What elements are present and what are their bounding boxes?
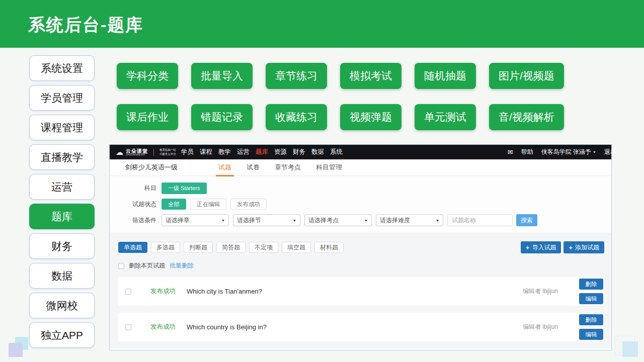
sidebar-item-live-teaching[interactable]: 直播教学 xyxy=(29,144,95,170)
row-checkbox[interactable] xyxy=(125,289,131,295)
qtype-indefinite[interactable]: 不定项 xyxy=(249,242,278,253)
sidebar-item-question-bank[interactable]: 题库 xyxy=(29,204,95,229)
sidebar-item-system-settings[interactable]: 系统设置 xyxy=(29,55,95,81)
filter-row-conditions: 筛选条件 请选择章 ▼ 请选择节 ▼ 请选择考点 ▼ 请选择难度 ▼ 搜索 xyxy=(110,214,611,226)
row-actions: 删除 编辑 xyxy=(579,314,603,340)
feature-image-video-question[interactable]: 图片/视频题 xyxy=(489,63,564,89)
delete-button[interactable]: 删除 xyxy=(579,279,603,290)
tab-questions[interactable]: 试题 xyxy=(217,163,233,172)
editor-label: 编辑者 lbjijun xyxy=(523,323,558,331)
sidebar-item-course-management[interactable]: 课程管理 xyxy=(29,115,95,140)
feature-row-1: 学科分类 批量导入 章节练习 模拟考试 随机抽题 图片/视频题 xyxy=(117,63,564,89)
sidebar-item-data[interactable]: 数据 xyxy=(29,263,95,289)
logout-link[interactable]: 退出 xyxy=(604,148,612,156)
subject-chip[interactable]: 一级 Starters xyxy=(162,183,207,194)
topnav-item-students[interactable]: 学员 xyxy=(181,148,194,156)
sidebar-item-micro-school[interactable]: 微网校 xyxy=(29,293,95,318)
edit-button[interactable]: 编辑 xyxy=(579,329,603,340)
tab-chapter-points[interactable]: 章节考点 xyxy=(273,163,302,172)
admin-subnav: 剑桥少儿英语一级 试题 试卷 章节考点 科目管理 xyxy=(110,159,611,176)
qtype-fill-blank[interactable]: 填空题 xyxy=(282,242,311,253)
admin-screenshot-panel: ☁ 云朵课堂 yunduoketang.com 教育机构一站 式服务云平台 学员… xyxy=(109,144,612,350)
feature-unit-test[interactable]: 单元测试 xyxy=(415,104,476,130)
feature-homework[interactable]: 课后作业 xyxy=(117,104,178,130)
question-name-input[interactable] xyxy=(447,214,513,226)
import-questions-button[interactable]: + 导入试题 xyxy=(521,241,561,253)
tab-papers[interactable]: 试卷 xyxy=(245,163,261,172)
feature-random-draw[interactable]: 随机抽题 xyxy=(415,63,476,89)
sidebar-item-finance[interactable]: 财务 xyxy=(29,233,95,259)
logo-domain: yunduoketang.com xyxy=(126,154,148,156)
qtype-short-answer[interactable]: 简答题 xyxy=(216,242,246,253)
filter-row-status: 试题状态 全部 正在编辑 发布成功 xyxy=(110,199,611,210)
feature-chapter-practice[interactable]: 章节练习 xyxy=(266,63,327,89)
help-link[interactable]: 帮助 xyxy=(521,148,533,156)
qtype-single-choice[interactable]: 单选题 xyxy=(118,242,147,253)
logo-tagline: 教育机构一站 式服务云平台 xyxy=(159,148,176,156)
sidebar-item-operations[interactable]: 运营 xyxy=(29,174,95,200)
cloud-icon: ☁ xyxy=(116,148,123,156)
qtype-multi-choice[interactable]: 多选题 xyxy=(151,242,180,253)
condition-label: 筛选条件 xyxy=(110,216,156,225)
topnav-item-data[interactable]: 数据 xyxy=(311,148,324,156)
status-editing-button[interactable]: 正在编辑 xyxy=(190,199,226,210)
question-row: 发布成功 Which city is Tian'anmen? 编辑者 lbjij… xyxy=(118,277,604,306)
decoration-square xyxy=(622,341,638,357)
admin-topnav: ☁ 云朵课堂 yunduoketang.com 教育机构一站 式服务云平台 学员… xyxy=(110,145,611,159)
row-checkbox[interactable] xyxy=(125,324,131,330)
bulk-delete-link[interactable]: 批量删除 xyxy=(170,261,194,270)
sidebar: 系统设置 学员管理 课程管理 直播教学 运营 题库 财务 数据 微网校 独立AP… xyxy=(29,55,95,348)
section-select[interactable]: 请选择节 ▼ xyxy=(233,214,300,226)
sidebar-item-standalone-app[interactable]: 独立APP xyxy=(29,322,95,348)
chapter-select[interactable]: 请选择章 ▼ xyxy=(162,214,229,226)
qtype-actions: + 导入试题 + 添加试题 xyxy=(521,241,604,253)
delete-page-label: 删除本页试题 xyxy=(129,261,165,270)
question-text: Which country is Beijing in? xyxy=(187,323,267,331)
filter-section: 科目 一级 Starters 试题状态 全部 正在编辑 发布成功 筛选条件 请选… xyxy=(110,176,611,233)
bulk-actions-row: 删除本页试题 批量删除 xyxy=(118,261,604,270)
feature-video-popup-question[interactable]: 视频弹题 xyxy=(340,104,401,130)
status-badge: 发布成功 xyxy=(150,287,176,296)
feature-wrong-question-record[interactable]: 错题记录 xyxy=(191,104,253,130)
plus-icon: + xyxy=(569,244,573,251)
topnav-item-teaching[interactable]: 教学 xyxy=(218,148,231,156)
topnav-item-resources[interactable]: 资源 xyxy=(274,148,287,156)
topnav-item-operations[interactable]: 运营 xyxy=(237,148,250,156)
account-name: 侠客岛学院 张涵予 xyxy=(541,148,591,156)
feature-audio-video-analysis[interactable]: 音/视频解析 xyxy=(489,104,564,130)
status-published-button[interactable]: 发布成功 xyxy=(230,199,267,210)
qtype-material[interactable]: 材料题 xyxy=(314,242,344,253)
difficulty-select[interactable]: 请选择难度 ▼ xyxy=(376,214,443,226)
filter-row-subject: 科目 一级 Starters xyxy=(110,183,611,194)
chevron-down-icon: ▼ xyxy=(593,150,596,154)
chevron-down-icon: ▼ xyxy=(364,219,368,222)
sidebar-item-student-management[interactable]: 学员管理 xyxy=(29,85,95,111)
select-all-checkbox[interactable] xyxy=(118,263,124,269)
topnav-item-finance[interactable]: 财务 xyxy=(293,148,305,156)
status-all-button[interactable]: 全部 xyxy=(162,199,186,210)
logo-divider xyxy=(153,149,154,156)
feature-batch-import[interactable]: 批量导入 xyxy=(191,63,253,89)
delete-button[interactable]: 删除 xyxy=(579,314,603,325)
feature-favorite-practice[interactable]: 收藏练习 xyxy=(266,104,327,130)
editor-label: 编辑者 lbjijun xyxy=(523,287,558,296)
edit-button[interactable]: 编辑 xyxy=(579,293,603,304)
decoration-square xyxy=(9,343,23,357)
mail-icon[interactable]: ✉ xyxy=(508,148,513,156)
row-actions: 删除 编辑 xyxy=(579,279,603,304)
feature-mock-exam[interactable]: 模拟考试 xyxy=(340,63,401,89)
feature-buttons: 学科分类 批量导入 章节练习 模拟考试 随机抽题 图片/视频题 课后作业 错题记… xyxy=(117,63,564,130)
topnav-item-system[interactable]: 系统 xyxy=(330,148,343,156)
point-select[interactable]: 请选择考点 ▼ xyxy=(304,214,372,226)
qtype-true-false[interactable]: 判断题 xyxy=(184,242,213,253)
tab-subject-management[interactable]: 科目管理 xyxy=(314,163,344,172)
topnav-item-question-bank[interactable]: 题库 xyxy=(256,148,268,156)
search-button[interactable]: 搜索 xyxy=(516,214,537,226)
subject-label: 科目 xyxy=(110,184,156,193)
feature-subject-category[interactable]: 学科分类 xyxy=(117,63,178,89)
question-list-area: 单选题 多选题 判断题 简答题 不定项 填空题 材料题 + 导入试题 + 添加试… xyxy=(110,233,611,348)
add-question-button[interactable]: + 添加试题 xyxy=(564,241,604,253)
chevron-down-icon: ▼ xyxy=(221,219,225,222)
topnav-item-courses[interactable]: 课程 xyxy=(200,148,212,156)
account-menu[interactable]: 侠客岛学院 张涵予 ▼ xyxy=(541,148,596,156)
